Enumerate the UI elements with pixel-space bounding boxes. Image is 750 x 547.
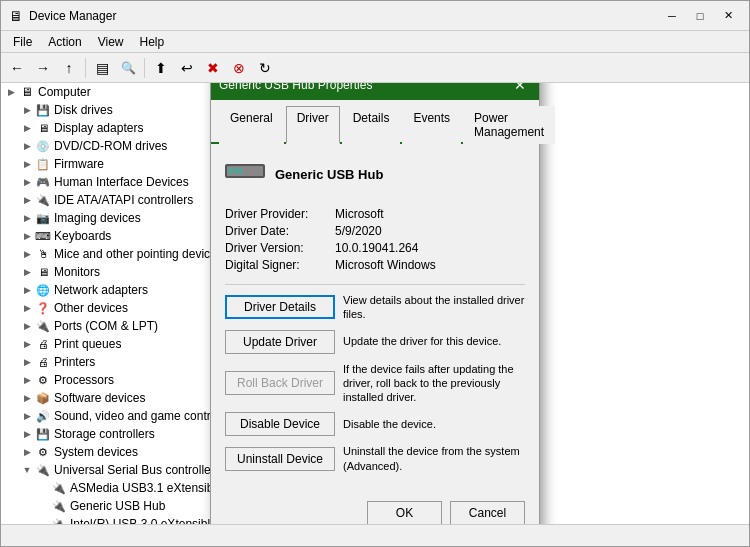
properties-dialog: Generic USB Hub Properties ✕ General Dri…: [210, 83, 540, 524]
disable-desc: Disable the device.: [343, 417, 436, 431]
tab-events[interactable]: Events: [402, 106, 461, 144]
device-name: Generic USB Hub: [275, 167, 383, 182]
tab-power-management[interactable]: Power Management: [463, 106, 555, 144]
tab-general[interactable]: General: [219, 106, 284, 144]
menu-file[interactable]: File: [5, 33, 40, 51]
roll-back-button[interactable]: Roll Back Driver: [225, 371, 335, 395]
driver-version-value: 10.0.19041.264: [335, 241, 418, 255]
toolbar-scan[interactable]: 🔍: [116, 56, 140, 80]
toolbar-update-driver[interactable]: ⬆: [149, 56, 173, 80]
driver-date-row: Driver Date: 5/9/2020: [225, 224, 525, 238]
tab-driver[interactable]: Driver: [286, 106, 340, 144]
driver-provider-row: Driver Provider: Microsoft: [225, 207, 525, 221]
uninstall-desc: Uninstall the device from the system (Ad…: [343, 444, 525, 473]
cancel-button[interactable]: Cancel: [450, 501, 525, 524]
menu-action[interactable]: Action: [40, 33, 89, 51]
toolbar-properties[interactable]: ▤: [90, 56, 114, 80]
modal-title: Generic USB Hub Properties: [219, 83, 372, 92]
separator: [225, 284, 525, 285]
menu-help[interactable]: Help: [132, 33, 173, 51]
ok-button[interactable]: OK: [367, 501, 442, 524]
app-icon: 🖥: [9, 8, 23, 24]
status-bar: [1, 524, 749, 546]
toolbar-sep-2: [144, 58, 145, 78]
roll-back-row: Roll Back Driver If the device fails aft…: [225, 362, 525, 405]
update-driver-row: Update Driver Update the driver for this…: [225, 330, 525, 354]
toolbar-refresh[interactable]: ↻: [253, 56, 277, 80]
svg-rect-3: [234, 168, 237, 174]
menu-bar: File Action View Help: [1, 31, 749, 53]
close-button[interactable]: ✕: [715, 6, 741, 26]
main-window: 🖥 Device Manager ─ □ ✕ File Action View …: [0, 0, 750, 547]
modal-overlay: Generic USB Hub Properties ✕ General Dri…: [1, 83, 749, 524]
svg-rect-1: [227, 166, 263, 176]
digital-signer-row: Digital Signer: Microsoft Windows: [225, 258, 525, 272]
minimize-button[interactable]: ─: [659, 6, 685, 26]
tab-details[interactable]: Details: [342, 106, 401, 144]
update-driver-button[interactable]: Update Driver: [225, 330, 335, 354]
driver-version-row: Driver Version: 10.0.19041.264: [225, 241, 525, 255]
svg-rect-2: [229, 168, 232, 174]
driver-provider-label: Driver Provider:: [225, 207, 335, 221]
toolbar: ← → ↑ ▤ 🔍 ⬆ ↩ ✖ ⊗ ↻: [1, 53, 749, 83]
modal-footer: OK Cancel: [211, 493, 539, 524]
window-title: Device Manager: [29, 9, 116, 23]
digital-signer-value: Microsoft Windows: [335, 258, 436, 272]
title-bar-left: 🖥 Device Manager: [9, 8, 116, 24]
digital-signer-label: Digital Signer:: [225, 258, 335, 272]
svg-rect-4: [239, 168, 242, 174]
roll-back-desc: If the device fails after updating the d…: [343, 362, 525, 405]
modal-close-button[interactable]: ✕: [509, 83, 531, 95]
toolbar-sep-1: [85, 58, 86, 78]
driver-date-value: 5/9/2020: [335, 224, 382, 238]
modal-tabs: General Driver Details Events Power Mana…: [211, 100, 539, 144]
disable-device-button[interactable]: Disable Device: [225, 412, 335, 436]
maximize-button[interactable]: □: [687, 6, 713, 26]
uninstall-device-button[interactable]: Uninstall Device: [225, 447, 335, 471]
driver-details-button[interactable]: Driver Details: [225, 295, 335, 319]
modal-title-bar: Generic USB Hub Properties ✕: [211, 83, 539, 100]
driver-date-label: Driver Date:: [225, 224, 335, 238]
driver-info-table: Driver Provider: Microsoft Driver Date: …: [225, 207, 525, 272]
content-area: ▶ 🖥 Computer ▶ 💾 Disk drives ▶ 🖥 Display…: [1, 83, 749, 524]
title-bar: 🖥 Device Manager ─ □ ✕: [1, 1, 749, 31]
driver-provider-value: Microsoft: [335, 207, 384, 221]
device-header: Generic USB Hub: [225, 156, 525, 193]
driver-details-row: Driver Details View details about the in…: [225, 293, 525, 322]
title-bar-controls: ─ □ ✕: [659, 6, 741, 26]
modal-content: Generic USB Hub Driver Provider: Microso…: [211, 144, 539, 493]
uninstall-row: Uninstall Device Uninstall the device fr…: [225, 444, 525, 473]
toolbar-uninstall[interactable]: ✖: [201, 56, 225, 80]
toolbar-back[interactable]: ←: [5, 56, 29, 80]
driver-version-label: Driver Version:: [225, 241, 335, 255]
device-icon: [225, 156, 265, 193]
disable-row: Disable Device Disable the device.: [225, 412, 525, 436]
driver-details-desc: View details about the installed driver …: [343, 293, 525, 322]
menu-view[interactable]: View: [90, 33, 132, 51]
toolbar-forward[interactable]: →: [31, 56, 55, 80]
update-driver-desc: Update the driver for this device.: [343, 334, 501, 348]
toolbar-uninstall-alt[interactable]: ⊗: [227, 56, 251, 80]
toolbar-rollback[interactable]: ↩: [175, 56, 199, 80]
toolbar-up[interactable]: ↑: [57, 56, 81, 80]
